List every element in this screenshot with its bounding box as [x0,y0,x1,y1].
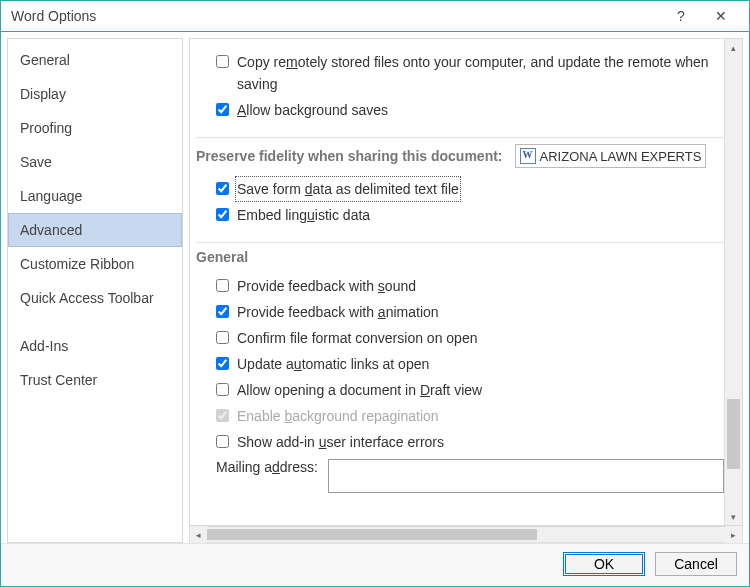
cancel-button[interactable]: Cancel [655,552,737,576]
document-name: ARIZONA LAWN EXPERTS [540,149,702,164]
sidebar-item-general[interactable]: General [8,43,182,77]
document-picker[interactable]: ARIZONA LAWN EXPERTS [515,144,707,168]
option-label: Copy remotely stored files onto your com… [237,51,724,95]
checkbox[interactable] [216,383,229,396]
scroll-up-arrow-icon[interactable]: ▴ [725,39,742,56]
checkbox[interactable] [216,305,229,318]
scroll-thumb[interactable] [207,529,537,540]
sidebar-item-trust-center[interactable]: Trust Center [8,363,182,397]
mailing-address-input[interactable] [328,459,724,493]
checkbox[interactable] [216,208,229,221]
option-addin-errors[interactable]: Show add-in user interface errors [216,431,724,453]
option-open-draft[interactable]: Allow opening a document in Draft view [216,379,724,401]
window-title: Word Options [11,8,661,24]
option-label: Enable background repagination [237,405,439,427]
mailing-address-label: Mailing address: [216,459,318,475]
options-content: Copy remotely stored files onto your com… [189,38,743,526]
option-embed-linguistic[interactable]: Embed linguistic data [216,204,724,226]
category-sidebar: General Display Proofing Save Language A… [7,38,183,543]
option-label: Update automatic links at open [237,353,429,375]
sidebar-item-advanced[interactable]: Advanced [8,213,182,247]
sidebar-item-add-ins[interactable]: Add-Ins [8,329,182,363]
titlebar: Word Options ? ✕ [1,1,749,32]
sidebar-item-language[interactable]: Language [8,179,182,213]
option-background-repagination: Enable background repagination [216,405,724,427]
option-save-form-data[interactable]: Save form data as delimited text file [216,178,724,200]
option-label: Provide feedback with animation [237,301,439,323]
close-button[interactable]: ✕ [701,1,741,31]
checkbox [216,409,229,422]
checkbox[interactable] [216,103,229,116]
option-label: Provide feedback with sound [237,275,416,297]
dialog-footer: OK Cancel [1,543,749,586]
scroll-thumb[interactable] [727,399,740,469]
checkbox[interactable] [216,357,229,370]
option-label: Confirm file format conversion on open [237,327,477,349]
mailing-address-row: Mailing address: [216,459,724,493]
option-background-saves[interactable]: Allow background saves [216,99,724,121]
sidebar-item-display[interactable]: Display [8,77,182,111]
option-label: Show add-in user interface errors [237,431,444,453]
word-options-dialog: Word Options ? ✕ General Display Proofin… [0,0,750,587]
sidebar-item-qat[interactable]: Quick Access Toolbar [8,281,182,315]
ok-button[interactable]: OK [563,552,645,576]
option-confirm-conversion[interactable]: Confirm file format conversion on open [216,327,724,349]
word-doc-icon [520,148,536,164]
option-copy-remote[interactable]: Copy remotely stored files onto your com… [216,51,724,95]
checkbox[interactable] [216,55,229,68]
option-label: Save form data as delimited text file [237,178,459,200]
help-button[interactable]: ? [661,1,701,31]
sidebar-item-proofing[interactable]: Proofing [8,111,182,145]
checkbox[interactable] [216,279,229,292]
option-feedback-sound[interactable]: Provide feedback with sound [216,275,724,297]
sidebar-item-save[interactable]: Save [8,145,182,179]
horizontal-scrollbar[interactable]: ◂ ▸ [189,526,743,543]
sidebar-item-customize-ribbon[interactable]: Customize Ribbon [8,247,182,281]
option-label: Allow opening a document in Draft view [237,379,482,401]
checkbox[interactable] [216,435,229,448]
vertical-scrollbar[interactable]: ▴ ▾ [724,39,742,525]
scroll-left-arrow-icon[interactable]: ◂ [190,526,207,543]
dialog-body: General Display Proofing Save Language A… [1,32,749,586]
option-label: Allow background saves [237,99,388,121]
option-label: Embed linguistic data [237,204,370,226]
scroll-down-arrow-icon[interactable]: ▾ [725,508,742,525]
section-general: General [196,242,724,265]
checkbox[interactable] [216,331,229,344]
checkbox[interactable] [216,182,229,195]
option-feedback-animation[interactable]: Provide feedback with animation [216,301,724,323]
scroll-right-arrow-icon[interactable]: ▸ [725,526,742,543]
section-preserve-fidelity: Preserve fidelity when sharing this docu… [196,137,724,168]
option-update-links[interactable]: Update automatic links at open [216,353,724,375]
